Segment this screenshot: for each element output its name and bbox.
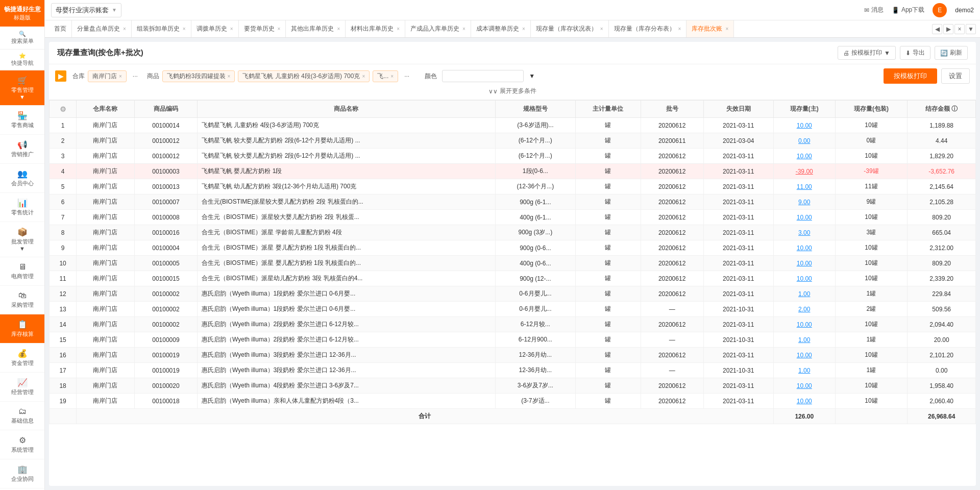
tab-close-cost-adjust[interactable]: × bbox=[522, 26, 525, 32]
tab-close-require[interactable]: × bbox=[278, 26, 281, 32]
tab-close-current-btn[interactable]: × bbox=[954, 24, 965, 34]
color-input[interactable] bbox=[442, 70, 524, 82]
sidebar-item-base[interactable]: 🗂 基础信息 bbox=[0, 402, 44, 430]
tab-cost-adjust[interactable]: 成本调整单历史 × bbox=[471, 20, 531, 38]
product-tag-1-close[interactable]: × bbox=[228, 74, 231, 79]
refresh-btn[interactable]: 🔄 刷新 bbox=[935, 46, 968, 60]
cell-spec: (6-12个月...) bbox=[495, 149, 575, 164]
print-btn[interactable]: 🖨 按模板打印 ▼ bbox=[838, 46, 896, 60]
sidebar-item-operation[interactable]: 📈 经营管理 bbox=[0, 373, 44, 402]
tab-split[interactable]: 分量盘点单历史 × bbox=[72, 20, 132, 38]
tab-close-stock-status[interactable]: × bbox=[600, 26, 603, 32]
sidebar-item-marketing[interactable]: 📢 营销推广 bbox=[0, 135, 44, 164]
cell-batch: 20200612 bbox=[641, 118, 703, 133]
tab-close-material-out[interactable]: × bbox=[397, 26, 400, 32]
tab-next-btn[interactable]: ▶ bbox=[943, 24, 953, 34]
cell-unit: 罐 bbox=[575, 149, 641, 164]
sidebar-item-retail-mgmt[interactable]: 🛒 零售管理 ▼ bbox=[0, 70, 44, 106]
message-btn[interactable]: ✉ 消息 bbox=[864, 6, 884, 14]
product-tag-2: 飞鹤星飞帆 儿童奶粉 4段(3-6岁适用) 700克 × bbox=[238, 70, 370, 82]
cell-qty[interactable]: 3.00 bbox=[773, 225, 835, 240]
tab-material-out[interactable]: 材料出库单历史 × bbox=[346, 20, 405, 38]
app-download-btn[interactable]: 📱 App下载 bbox=[892, 6, 924, 14]
sidebar-item-inventory[interactable]: 📋 库存核算 bbox=[0, 314, 44, 344]
query-btn[interactable]: 按模板打印 bbox=[884, 68, 937, 84]
tab-mix[interactable]: 调拨单历史 × bbox=[191, 20, 239, 38]
account-dropdown[interactable]: 母婴行业演示账套 ▼ bbox=[51, 3, 121, 17]
retail-mall-icon: 🏪 bbox=[2, 111, 42, 120]
tab-dismantle[interactable]: 组装拆卸单历史 × bbox=[132, 20, 191, 38]
sidebar-item-retail-mall[interactable]: 🏪 零售商城 bbox=[0, 106, 44, 135]
cell-qty[interactable]: 1.00 bbox=[773, 332, 835, 348]
cell-warehouse: 南岸门店 bbox=[77, 286, 135, 302]
sidebar-item-purchase[interactable]: 🛍 采购管理 bbox=[0, 286, 44, 314]
settings-btn[interactable]: 设置 bbox=[941, 68, 970, 84]
tab-home[interactable]: 首页 bbox=[49, 20, 72, 38]
tab-require[interactable]: 要货单历史 × bbox=[239, 20, 286, 38]
cell-qty[interactable]: 11.00 bbox=[773, 179, 835, 194]
sidebar-item-ecommerce[interactable]: 🖥 电商管理 bbox=[0, 257, 44, 286]
cell-amount: -3,652.76 bbox=[908, 164, 976, 179]
table-row: 6南岸门店00100007合生元(BIOSTIME)派星较大婴儿配方奶粉 2段 … bbox=[50, 194, 976, 210]
cell-qty[interactable]: -39.00 bbox=[773, 164, 835, 179]
tab-stock-dist[interactable]: 现存量（库存分布表） × bbox=[609, 20, 687, 38]
query-page: 现存量查询(按仓库+批次) 🖨 按模板打印 ▼ ⬇ 导出 🔄 刷新 bbox=[49, 42, 976, 486]
cell-qty[interactable]: 10.00 bbox=[773, 317, 835, 332]
cell-expire: 2021-03-11 bbox=[703, 240, 773, 256]
cell-qty[interactable]: 1.00 bbox=[773, 363, 835, 378]
tab-product-in[interactable]: 产成品入库单历史 × bbox=[405, 20, 471, 38]
col-settings[interactable]: ⚙ bbox=[50, 101, 77, 118]
cell-qty[interactable]: 2.00 bbox=[773, 302, 835, 317]
tab-prev-btn[interactable]: ◀ bbox=[932, 24, 942, 34]
tab-close-mix[interactable]: × bbox=[230, 26, 233, 32]
cell-qty[interactable]: 10.00 bbox=[773, 394, 835, 409]
product-tag-3-close[interactable]: × bbox=[390, 74, 394, 79]
cell-qty[interactable]: 10.00 bbox=[773, 149, 835, 164]
sidebar-shortcut[interactable]: ⭐ 快捷导航 bbox=[0, 50, 44, 70]
toggle-expand-btn[interactable]: ▶ bbox=[55, 70, 66, 82]
cell-qty[interactable]: 10.00 bbox=[773, 348, 835, 363]
cell-code: 00100009 bbox=[134, 332, 197, 348]
color-dropdown-icon[interactable]: ▼ bbox=[529, 72, 535, 80]
cell-code: 00100012 bbox=[134, 133, 197, 149]
export-btn[interactable]: ⬇ 导出 bbox=[900, 46, 930, 60]
tab-close-stock-dist[interactable]: × bbox=[678, 26, 681, 32]
sidebar-item-wholesale[interactable]: 📦 批发管理 ▼ bbox=[0, 222, 44, 257]
cell-qty[interactable]: 10.00 bbox=[773, 240, 835, 256]
tab-close-split[interactable]: × bbox=[123, 26, 126, 32]
tab-other-out[interactable]: 其他出库单历史 × bbox=[286, 20, 346, 38]
warehouse-more-btn[interactable]: ··· bbox=[130, 71, 141, 81]
sidebar-item-enterprise[interactable]: 🏢 企业协同 bbox=[0, 459, 44, 488]
cell-qty[interactable]: 0.00 bbox=[773, 133, 835, 149]
warehouse-tag-close[interactable]: × bbox=[119, 74, 122, 79]
wholesale-icon: 📦 bbox=[2, 227, 42, 237]
warehouse-tag: 南岸门店 × bbox=[88, 70, 127, 82]
sidebar-item-retail-stats[interactable]: 📊 零售统计 bbox=[0, 193, 44, 222]
product-more-btn[interactable]: ··· bbox=[401, 71, 412, 81]
cell-batch: 20200612 bbox=[641, 286, 703, 302]
cell-qty[interactable]: 10.00 bbox=[773, 378, 835, 394]
cell-qty[interactable]: 10.00 bbox=[773, 210, 835, 225]
sidebar-item-finance[interactable]: 💰 资金管理 bbox=[0, 344, 44, 373]
tab-close-product-in[interactable]: × bbox=[462, 26, 465, 32]
cell-qty[interactable]: 1.00 bbox=[773, 286, 835, 302]
product-tag-2-close[interactable]: × bbox=[362, 74, 365, 79]
sidebar-item-member[interactable]: 👥 会员中心 bbox=[0, 164, 44, 193]
tab-stock-status[interactable]: 现存量（库存状况表） × bbox=[531, 20, 609, 38]
tab-close-batch-voucher[interactable]: × bbox=[725, 26, 728, 32]
tab-close-dismantle[interactable]: × bbox=[183, 26, 186, 32]
expand-more-btn[interactable]: ∨∨ 展开更多条件 bbox=[55, 87, 970, 95]
cell-qty[interactable]: 9.00 bbox=[773, 194, 835, 210]
sidebar-search[interactable]: 🔍 搜索菜单 bbox=[0, 27, 44, 50]
cell-qty[interactable]: 10.00 bbox=[773, 256, 835, 271]
sidebar-item-system[interactable]: ⚙ 系统管理 bbox=[0, 430, 44, 459]
tab-batch-voucher[interactable]: 库存批次账 × bbox=[687, 20, 734, 38]
cell-qty[interactable]: 10.00 bbox=[773, 271, 835, 286]
tab-close-other-out[interactable]: × bbox=[337, 26, 340, 32]
cell-spec: 6-12月900... bbox=[495, 332, 575, 348]
cell-qty[interactable]: 10.00 bbox=[773, 118, 835, 133]
table-header-row: ⚙ 仓库名称 商品编码 商品名称 规格型号 主计量单位 批号 失效日期 现存量(… bbox=[50, 101, 976, 118]
cell-pkg: 10罐 bbox=[835, 271, 908, 286]
tab-menu-btn[interactable]: ▼ bbox=[966, 24, 976, 34]
topbar-right: ✉ 消息 📱 App下载 E demo2 bbox=[864, 3, 974, 17]
